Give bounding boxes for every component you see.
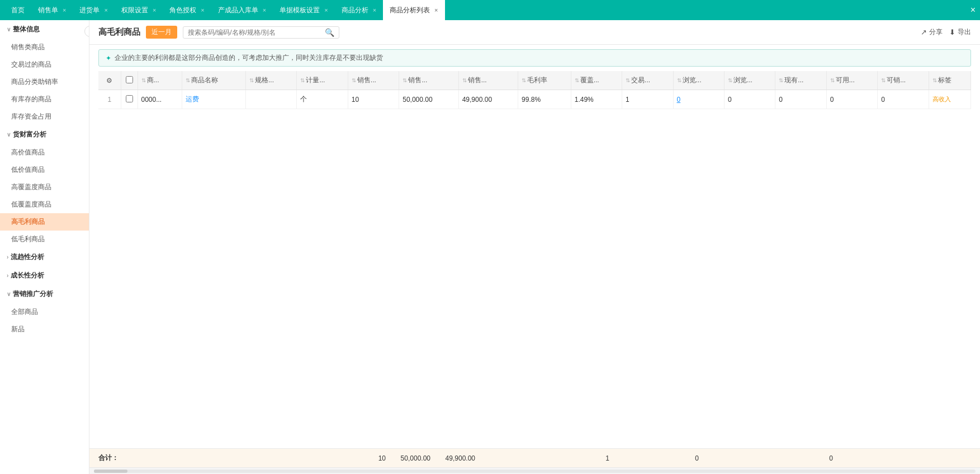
column-code[interactable]: ⇅商...	[138, 71, 182, 90]
footer-trade-count: 1	[568, 454, 613, 462]
sidebar-section-trend: › 流趋性分析	[0, 248, 89, 266]
content-header: 高毛利商品 近一月 🔍 ↗ 分享 ⬇ 导出	[89, 20, 980, 45]
sidebar-item-high-margin[interactable]: 高毛利商品	[0, 213, 89, 231]
sidebar-group-wealth[interactable]: ∨ 货财富分析	[0, 125, 89, 144]
column-spec[interactable]: ⇅规格...	[246, 71, 297, 90]
share-button[interactable]: ↗ 分享	[921, 27, 943, 37]
close-icon[interactable]: ×	[153, 7, 156, 13]
search-input[interactable]	[188, 29, 323, 36]
table-row: 1 0000... 运费 个 10 50,000.00 49,900.00 99…	[98, 90, 971, 109]
sidebar: 《 ∨ 整体信息 销售类商品 交易过的商品 商品分类助销率 有库存的商品 库存资…	[0, 20, 89, 474]
row-code: 0000...	[138, 90, 182, 109]
tab-product-inbound[interactable]: 产成品入库单 ×	[211, 0, 273, 20]
sidebar-item-high-coverage[interactable]: 高覆盖度商品	[0, 179, 89, 196]
sidebar-item-high-value[interactable]: 高价值商品	[0, 144, 89, 161]
close-icon[interactable]: ×	[373, 7, 376, 13]
row-checkbox[interactable]	[121, 90, 138, 109]
column-gross-margin[interactable]: ⇅毛利率	[518, 71, 571, 90]
tab-home[interactable]: 首页	[4, 0, 31, 20]
sidebar-group-marketing[interactable]: ∨ 营销推广分析	[0, 285, 89, 303]
sidebar-item-all-goods[interactable]: 全部商品	[0, 303, 89, 321]
sidebar-item-in-stock-goods[interactable]: 有库存的商品	[0, 91, 89, 108]
sidebar-item-low-coverage[interactable]: 低覆盖度商品	[0, 196, 89, 213]
footer-label: 合计：	[98, 453, 154, 463]
tab-role-auth[interactable]: 角色授权 ×	[163, 0, 211, 20]
row-coverage: 1.49%	[571, 90, 622, 109]
column-browse1[interactable]: ⇅浏览...	[673, 71, 724, 90]
column-current-stock[interactable]: ⇅现有...	[775, 71, 826, 90]
column-checkbox[interactable]	[121, 71, 138, 90]
close-icon[interactable]: ×	[324, 7, 328, 13]
sidebar-item-sales-goods[interactable]: 销售类商品	[0, 39, 89, 56]
sidebar-group-growth[interactable]: › 成长性分析	[0, 266, 89, 285]
row-browse2: 0	[724, 90, 775, 109]
filter-recent-month-button[interactable]: 近一月	[146, 26, 177, 39]
column-settings[interactable]: ⚙	[98, 71, 121, 90]
column-trade-count[interactable]: ⇅交易...	[622, 71, 673, 90]
sidebar-group-trend[interactable]: › 流趋性分析	[0, 248, 89, 266]
sidebar-section-wealth: ∨ 货财富分析 高价值商品 低价值商品 高覆盖度商品 低覆盖度商品 高毛利商品 …	[0, 125, 89, 248]
row-select-checkbox[interactable]	[126, 95, 133, 102]
row-gross-margin: 99.8%	[518, 90, 571, 109]
share-icon: ↗	[921, 28, 927, 36]
chevron-right-icon: ›	[7, 254, 8, 260]
export-button[interactable]: ⬇ 导出	[949, 27, 971, 37]
footer-sales-qty: 10	[344, 454, 389, 462]
tab-product-analysis[interactable]: 商品分析 ×	[335, 0, 383, 20]
tab-purchase-order[interactable]: 进货单 ×	[73, 0, 114, 20]
sidebar-item-traded-goods[interactable]: 交易过的商品	[0, 56, 89, 73]
sidebar-group-overview[interactable]: ∨ 整体信息	[0, 20, 89, 39]
footer-values: 10 50,000.00 49,900.00 1 0 0	[154, 454, 971, 462]
select-all-checkbox[interactable]	[126, 76, 133, 83]
search-icon[interactable]: 🔍	[325, 28, 334, 37]
close-all-button[interactable]: ×	[970, 5, 976, 15]
tab-template-setting[interactable]: 单据模板设置 ×	[273, 0, 334, 20]
close-icon[interactable]: ×	[201, 7, 204, 13]
close-icon[interactable]: ×	[263, 7, 266, 13]
sidebar-item-low-value[interactable]: 低价值商品	[0, 161, 89, 179]
sidebar-item-low-margin[interactable]: 低毛利商品	[0, 231, 89, 248]
close-icon[interactable]: ×	[434, 7, 438, 13]
footer-saleable-stock: 0	[792, 454, 836, 462]
page-title: 高毛利商品	[98, 27, 140, 37]
column-coverage[interactable]: ⇅覆盖...	[571, 71, 622, 90]
horizontal-scrollbar[interactable]	[89, 467, 980, 474]
footer-sales-cost: 49,900.00	[434, 454, 479, 462]
column-sales-cost[interactable]: ⇅销售...	[458, 71, 518, 90]
table-container[interactable]: ⚙ ⇅商... ⇅商品名称 ⇅规格... ⇅计量... ⇅销售... ⇅销售..…	[89, 71, 980, 448]
row-browse1[interactable]: 0	[673, 90, 724, 109]
column-sales-qty[interactable]: ⇅销售...	[348, 71, 399, 90]
main-layout: 《 ∨ 整体信息 销售类商品 交易过的商品 商品分类助销率 有库存的商品 库存资…	[0, 20, 980, 474]
scroll-thumb[interactable]	[94, 470, 127, 473]
row-available-stock: 0	[826, 90, 877, 109]
column-name[interactable]: ⇅商品名称	[182, 71, 246, 90]
row-sales-amount: 50,000.00	[399, 90, 458, 109]
sidebar-item-new-goods[interactable]: 新品	[0, 321, 89, 338]
tab-product-analysis-list[interactable]: 商品分析列表 ×	[383, 0, 444, 20]
sidebar-item-category-sales-rate[interactable]: 商品分类助销率	[0, 73, 89, 91]
info-icon: ✦	[106, 54, 111, 62]
column-tag[interactable]: ⇅标签	[929, 71, 970, 90]
tab-permission-setting[interactable]: 权限设置 ×	[115, 0, 163, 20]
content-area: 高毛利商品 近一月 🔍 ↗ 分享 ⬇ 导出 ✦ 企业的主要的利润都是这部分商品创…	[89, 20, 980, 474]
close-icon[interactable]: ×	[104, 7, 107, 13]
scroll-track[interactable]	[94, 470, 976, 473]
row-sales-cost: 49,900.00	[458, 90, 518, 109]
table-footer: 合计： 10 50,000.00 49,900.00 1 0 0	[89, 448, 980, 467]
footer-browse2: 0	[657, 454, 702, 462]
row-tag: 高收入	[929, 90, 970, 109]
search-box[interactable]: 🔍	[183, 26, 339, 39]
column-saleable-stock[interactable]: ⇅可销...	[878, 71, 929, 90]
column-available-stock[interactable]: ⇅可用...	[826, 71, 877, 90]
row-trade-count: 1	[622, 90, 673, 109]
row-index: 1	[98, 90, 121, 109]
row-name[interactable]: 运费	[182, 90, 246, 109]
close-icon[interactable]: ×	[63, 7, 66, 13]
sidebar-item-stock-capital[interactable]: 库存资金占用	[0, 108, 89, 125]
column-sales-amount[interactable]: ⇅销售...	[399, 71, 458, 90]
tab-sales-order[interactable]: 销售单 ×	[31, 0, 73, 20]
row-spec	[246, 90, 297, 109]
column-browse2[interactable]: ⇅浏览...	[724, 71, 775, 90]
export-icon: ⬇	[949, 28, 955, 36]
column-unit[interactable]: ⇅计量...	[297, 71, 348, 90]
